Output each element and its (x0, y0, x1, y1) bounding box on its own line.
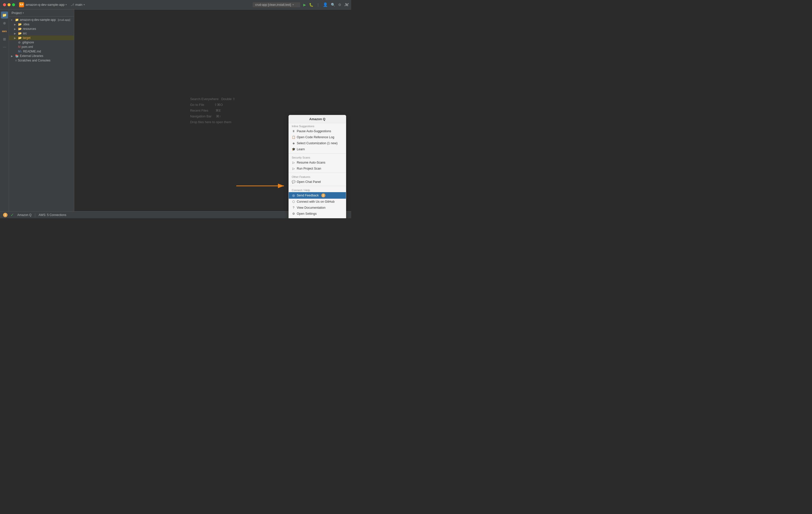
status-divider: | (35, 213, 36, 217)
settings-item-icon: ⚙ (292, 212, 295, 216)
dropdown-item-github[interactable]: ⬡ Connect with Us on GitHub (289, 199, 346, 205)
dropdown-item-label: Sign out (297, 218, 308, 218)
dropdown-item-learn[interactable]: 🎓 Learn (289, 146, 346, 152)
maximize-button[interactable] (12, 3, 15, 6)
sidebar-item-aws[interactable]: aws (1, 28, 8, 35)
dropdown-item-run-project-scan[interactable]: ▷ Run Project Scan (289, 166, 346, 172)
dropdown-item-label: Resume Auto-Scans (297, 161, 325, 164)
editor-area: Search Everywhere Double ⇧ Go to File ⇧⌘… (74, 9, 351, 211)
dropdown-separator (289, 153, 346, 153)
scratches-icon: ≡ (15, 59, 17, 62)
amazon-q-icon[interactable]: ℳ (344, 3, 348, 7)
tree-item-target-label: target (23, 36, 31, 40)
tree-item-resources-label: resources (23, 27, 36, 31)
resources-folder-icon: 📂 (18, 27, 22, 31)
app-name[interactable]: amazon-q-dev-sample-app (26, 3, 64, 6)
dropdown-item-label: Select Customization (1 new) (297, 141, 338, 145)
hint-recent-files: Recent Files ⌘E (190, 109, 221, 112)
feedback-icon: ◎ (292, 194, 295, 197)
tree-item-root-tag: [crud-app] (58, 18, 70, 21)
account-icon[interactable]: 👤 (323, 2, 328, 7)
sidebar-item-vcs[interactable]: ⊕ (1, 20, 8, 27)
folder-icon: 📁 (15, 18, 19, 22)
dropdown-item-signout[interactable]: Sign out (289, 217, 346, 218)
dropdown-item-open-chat[interactable]: 💬 Open Chat Panel (289, 179, 346, 185)
arrow-annotation (236, 182, 287, 191)
project-chevron-icon: ▾ (23, 11, 24, 14)
aws-connections-status[interactable]: AWS: 5 Connections (39, 213, 66, 217)
titlebar: AA amazon-q-dev-sample-app ▾ ⎇ main ▾ cr… (0, 0, 351, 9)
section-other-features: Other Features (289, 174, 346, 179)
sidebar-item-structure[interactable]: ⊞ (1, 36, 8, 42)
run-icon[interactable]: ▶ (303, 3, 306, 7)
build-config[interactable]: crud-app [clean,install,test] ▾ (253, 2, 300, 7)
dropdown-item-label: Connect with Us on GitHub (297, 200, 335, 203)
settings-icon[interactable]: ⚙ (338, 3, 341, 7)
hint-goto-file: Go to File ⇧⌘O (190, 103, 223, 107)
sidebar-item-more[interactable]: ⋯ (1, 44, 8, 51)
tree-item-resources[interactable]: ▶ 📂 resources (9, 27, 74, 31)
docs-icon: ? (292, 206, 295, 209)
readme-file-icon: M↓ (18, 50, 22, 53)
tree-arrow-icon: ▶ (14, 28, 17, 30)
build-chevron-icon: ▾ (292, 3, 294, 6)
traffic-lights (3, 3, 15, 6)
more-icon[interactable]: ⋮ (316, 3, 320, 7)
amazon-q-status[interactable]: Amazon Q (17, 213, 32, 217)
tree-item-scratches[interactable]: ≡ Scratches and Consoles (9, 58, 74, 63)
sidebar-item-project[interactable]: 📁 (1, 11, 8, 19)
tree-item-src[interactable]: ▶ 📂 src (9, 31, 74, 36)
src-folder-icon: 📂 (18, 32, 22, 35)
tree-item-src-label: src (23, 32, 27, 35)
section-inline-suggestions: Inline Suggestions (289, 123, 346, 128)
pom-file-icon: M (18, 45, 21, 49)
tree-arrow-icon: ▶ (11, 55, 14, 57)
dropdown-item-label: Open Settings (297, 212, 317, 216)
tree-item-pom[interactable]: M pom.xml (9, 45, 74, 49)
hint-search-everywhere: Search Everywhere Double ⇧ (190, 97, 235, 101)
section-security-scans: Security Scans (289, 154, 346, 160)
dropdown-item-label: Open Code Reference Log (297, 136, 334, 139)
tree-item-root[interactable]: ▾ 📁 amazon-q-dev-sample-app [crud-app] (9, 18, 74, 22)
tree-item-scratches-label: Scratches and Consoles (18, 59, 51, 62)
chat-icon: 💬 (292, 180, 295, 183)
tree-item-target[interactable]: ▶ 📂 target (9, 36, 74, 40)
project-tree: ▾ 📁 amazon-q-dev-sample-app [crud-app] ▶… (9, 17, 74, 211)
tree-item-readme[interactable]: M↓ README.md (9, 49, 74, 54)
dropdown-item-send-feedback[interactable]: ◎ Send Feedback 2 (289, 192, 346, 199)
build-label: crud-app [clean,install,test] (255, 3, 291, 6)
dropdown-item-label: View Documentation (297, 206, 325, 209)
search-icon[interactable]: 🔍 (331, 3, 335, 7)
dropdown-item-code-reference-log[interactable]: 📋 Open Code Reference Log (289, 134, 346, 140)
dropdown-item-customization[interactable]: ◈ Select Customization (1 new) (289, 140, 346, 146)
dropdown-item-documentation[interactable]: ? View Documentation (289, 205, 346, 211)
tree-arrow-icon: ▾ (11, 19, 14, 21)
pause-icon: ⏸ (292, 130, 295, 133)
checkmark-icon: ✓ (10, 212, 14, 217)
project-panel: Project ▾ ▾ 📁 amazon-q-dev-sample-app [c… (9, 9, 74, 211)
tree-arrow-icon: ▶ (14, 37, 17, 39)
tree-item-gitignore[interactable]: ⊘ .gitignore (9, 40, 74, 45)
app-name-chevron-icon: ▾ (65, 3, 67, 6)
tree-item-idea-label: .idea (23, 23, 29, 26)
tree-item-external-libraries[interactable]: ▶ 📚 External Libraries (9, 54, 74, 58)
branch-name[interactable]: main (75, 3, 82, 6)
github-icon: ⬡ (292, 200, 295, 203)
app-icon: AA (19, 2, 24, 7)
dropdown-item-settings[interactable]: ⚙ Open Settings (289, 211, 346, 217)
titlebar-right: crud-app [clean,install,test] ▾ ▶ 🐛 ⋮ 👤 … (253, 2, 348, 7)
close-button[interactable] (3, 3, 6, 6)
hint-navigation-bar: Navigation Bar ⌘↑ (190, 114, 221, 118)
debug-icon[interactable]: 🐛 (309, 3, 313, 7)
branch-chevron-icon: ▾ (84, 3, 85, 6)
tree-item-root-label: amazon-q-dev-sample-app (20, 18, 56, 22)
dropdown-item-pause-auto-suggestions[interactable]: ⏸ Pause Auto-Suggestions (289, 128, 346, 134)
tree-arrow-icon: ▶ (14, 32, 17, 35)
dropdown-item-label: Run Project Scan (297, 167, 321, 170)
tree-item-idea[interactable]: ▶ 📂 .idea (9, 22, 74, 27)
status-badge-number: 1 (3, 213, 7, 217)
dropdown-item-resume-auto-scans[interactable]: ▷ Resume Auto-Scans (289, 160, 346, 166)
minimize-button[interactable] (7, 3, 10, 6)
dropdown-title: Amazon Q (289, 115, 346, 123)
ext-lib-icon: 📚 (15, 54, 19, 58)
